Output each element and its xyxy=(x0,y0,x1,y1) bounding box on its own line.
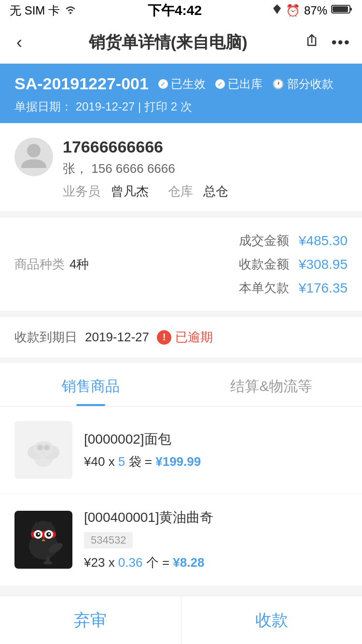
bottom-bar: 弃审 收款 xyxy=(0,596,362,644)
header-banner: SA-20191227-001 ✓ 已生效 ✓ 已出库 🕐 部分收款 单据日期：… xyxy=(0,64,362,123)
svg-point-22 xyxy=(38,533,40,535)
nav-actions: ••• xyxy=(304,33,350,52)
product-image-bread xyxy=(14,421,72,479)
product-sku: 534532 xyxy=(84,532,133,548)
share-icon[interactable] xyxy=(304,33,320,52)
status-left: 无 SIM 卡 xyxy=(10,3,77,18)
product-price-cookie: ¥23 x 0.36 个 = ¥8.28 xyxy=(84,554,348,571)
owed-value: ¥176.35 xyxy=(299,280,348,296)
status-bar: 无 SIM 卡 下午4:42 ⏰ 87% xyxy=(0,0,362,21)
user-icon xyxy=(19,140,48,174)
summary-row: 商品种类 4种 成交金额 ¥485.30 收款金额 ¥308.95 本单欠款 ¥… xyxy=(14,232,348,296)
date-label: 单据日期： xyxy=(14,100,72,113)
status-time: 下午4:42 xyxy=(148,1,202,20)
print-label: | 打印 xyxy=(138,100,167,113)
back-button[interactable]: ‹ xyxy=(12,28,27,57)
more-icon[interactable]: ••• xyxy=(331,33,350,51)
svg-point-23 xyxy=(48,533,50,535)
svg-point-8 xyxy=(33,441,54,457)
product-count: 4种 xyxy=(70,256,89,273)
owed-label: 本单欠款 xyxy=(239,280,289,296)
due-section: 收款到期日 2019-12-27 ! 已逾期 xyxy=(0,311,362,363)
tab-sales-products[interactable]: 销售商品 xyxy=(0,363,181,406)
product-info-cookie: [000400001]黄油曲奇 534532 ¥23 x 0.36 个 = ¥8… xyxy=(84,508,348,571)
warehouse-label: 仓库 xyxy=(168,184,193,198)
received-value: ¥308.95 xyxy=(299,257,348,272)
deal-amount-row: 成交金额 ¥485.30 xyxy=(239,232,348,249)
product-item: [0000002]面包 ¥40 x 5 袋 = ¥199.99 xyxy=(0,406,362,494)
svg-point-0 xyxy=(70,12,71,14)
customer-meta: 业务员 曾凡杰 仓库 总仓 xyxy=(63,183,348,200)
owed-row: 本单欠款 ¥176.35 xyxy=(239,280,348,296)
salesperson-label: 业务员 xyxy=(63,184,100,198)
status-right: ⏰ 87% xyxy=(272,3,352,18)
customer-name-phone: 张， 156 6666 6666 xyxy=(63,160,348,177)
deal-amount-label: 成交金额 xyxy=(239,232,289,249)
product-type-label: 商品种类 xyxy=(14,256,65,273)
summary-section: 商品种类 4种 成交金额 ¥485.30 收款金额 ¥308.95 本单欠款 ¥… xyxy=(0,212,362,311)
avatar xyxy=(14,138,53,176)
tab-settlement[interactable]: 结算&物流等 xyxy=(181,363,362,406)
due-date-value: 2019-12-27 xyxy=(85,330,149,345)
deal-amount-value: ¥485.30 xyxy=(299,233,348,249)
product-name-cookie: [000400001]黄油曲奇 xyxy=(84,508,348,527)
overdue-badge: ! 已逾期 xyxy=(157,329,213,346)
page-title: 销货单详情(来自电脑) xyxy=(32,31,304,54)
overdue-icon: ! xyxy=(157,330,171,345)
badge-partial: 🕐 部分收款 xyxy=(272,76,334,92)
received-row: 收款金额 ¥308.95 xyxy=(239,256,348,273)
order-id: SA-20191227-001 xyxy=(14,74,149,93)
wifi-icon xyxy=(64,4,77,17)
salesperson-value: 曾凡杰 xyxy=(111,184,149,198)
due-date-label: 收款到期日 xyxy=(14,329,77,346)
order-date-row: 单据日期： 2019-12-27 | 打印 2 次 xyxy=(14,99,348,114)
products-list: [0000002]面包 ¥40 x 5 袋 = ¥199.99 xyxy=(0,406,362,586)
badge-effective: ✓ 已生效 xyxy=(158,76,206,92)
product-price-bread: ¥40 x 5 袋 = ¥199.99 xyxy=(84,453,348,470)
customer-id: 17666666666 xyxy=(63,138,348,156)
svg-point-11 xyxy=(38,446,42,449)
svg-rect-29 xyxy=(43,561,52,564)
print-count: 2 xyxy=(171,100,177,113)
customer-section: 17666666666 张， 156 6666 6666 业务员 曾凡杰 仓库 … xyxy=(0,123,362,212)
product-name-bread: [0000002]面包 xyxy=(84,430,348,448)
reject-button[interactable]: 弃审 xyxy=(0,596,181,644)
alarm-icon: ⏰ xyxy=(286,4,300,17)
location-icon xyxy=(272,3,282,18)
product-image-cookie xyxy=(14,511,72,569)
summary-right: 成交金额 ¥485.30 收款金额 ¥308.95 本单欠款 ¥176.35 xyxy=(239,232,348,296)
battery-label: 87% xyxy=(304,4,327,17)
product-info-bread: [0000002]面包 ¥40 x 5 袋 = ¥199.99 xyxy=(84,430,348,470)
svg-rect-2 xyxy=(350,8,352,11)
svg-point-4 xyxy=(27,144,41,157)
overdue-text: 已逾期 xyxy=(175,329,213,346)
product-item-cookie: [000400001]黄油曲奇 534532 ¥23 x 0.36 个 = ¥8… xyxy=(0,494,362,586)
svg-point-12 xyxy=(45,446,49,449)
print-suffix: 次 xyxy=(181,100,192,113)
summary-left: 商品种类 4种 xyxy=(14,256,89,273)
warehouse-value: 总仓 xyxy=(203,184,228,198)
collect-button[interactable]: 收款 xyxy=(181,596,362,644)
order-date: 2019-12-27 xyxy=(76,100,135,113)
received-label: 收款金额 xyxy=(239,256,289,273)
tabs-section: 销售商品 结算&物流等 xyxy=(0,363,362,406)
nav-bar: ‹ 销货单详情(来自电脑) ••• xyxy=(0,21,362,64)
sim-label: 无 SIM 卡 xyxy=(10,3,60,18)
svg-rect-3 xyxy=(333,6,348,12)
battery-icon xyxy=(331,4,352,17)
badge-shipped: ✓ 已出库 xyxy=(215,76,263,92)
customer-info: 17666666666 张， 156 6666 6666 业务员 曾凡杰 仓库 … xyxy=(63,138,348,200)
